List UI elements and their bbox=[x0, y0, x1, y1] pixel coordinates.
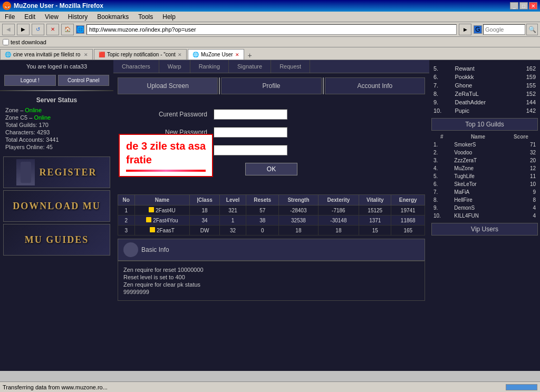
player-score: 155 bbox=[514, 81, 538, 90]
guild-col-name: Name bbox=[452, 133, 504, 141]
guild-row: 4. MuZone 12 bbox=[431, 164, 538, 172]
cell-dexterity: -7186 bbox=[318, 205, 359, 215]
chars-table: No Name |Class Level Resets Strength Dex… bbox=[118, 194, 425, 236]
cell-no: 1 bbox=[118, 205, 135, 215]
top-player-row: 5. Rewant 162 bbox=[431, 64, 538, 73]
register-label: Register bbox=[39, 167, 97, 178]
reload-button[interactable]: ↺ bbox=[32, 24, 44, 35]
player-score: 142 bbox=[514, 106, 538, 115]
password-label: Password bbox=[134, 146, 214, 154]
col-dexterity: Dexterity bbox=[318, 195, 359, 205]
tab-close-2[interactable]: ✕ bbox=[235, 52, 239, 57]
cell-resets: 38 bbox=[246, 215, 279, 226]
guides-nav[interactable]: Mu Guides bbox=[3, 224, 110, 256]
bookmark-checkbox[interactable] bbox=[3, 39, 9, 45]
col-name: Name bbox=[134, 195, 190, 205]
tab-bar: 🌐 cine vrea invitatii pe filelist ro dau… bbox=[0, 47, 540, 60]
forward-button[interactable]: ▶ bbox=[17, 24, 30, 35]
cell-vitality: 15125 bbox=[359, 205, 391, 215]
logout-button[interactable]: Logout ! bbox=[4, 75, 56, 86]
minimize-button[interactable]: _ bbox=[510, 2, 518, 9]
tab-close-0[interactable]: ✕ bbox=[84, 52, 88, 57]
guild-row: 2. Voodoo 32 bbox=[431, 149, 538, 156]
tab-1[interactable]: 🟥 Topic reply notification - "cont bloca… bbox=[94, 49, 187, 60]
new-password-label: New Password bbox=[134, 129, 214, 136]
control-panel-button[interactable]: Control Panel bbox=[58, 75, 110, 86]
zone-c5-label: Zone C5 bbox=[5, 114, 27, 121]
close-button[interactable]: ✕ bbox=[529, 2, 537, 9]
guild-name: DemonS bbox=[452, 204, 504, 212]
guild-rank: 6. bbox=[431, 180, 452, 188]
stop-button[interactable]: ✕ bbox=[46, 24, 59, 35]
bookmark-item[interactable]: test download bbox=[3, 39, 46, 45]
menu-edit[interactable]: Edit bbox=[22, 13, 37, 21]
top-player-row: 8. ZeRaTuL 152 bbox=[431, 90, 538, 98]
basic-info-icon bbox=[123, 242, 138, 257]
nav-bar: ◀ ▶ ↺ ✕ 🏠 🌐 ▶ G 🔍 bbox=[0, 22, 540, 37]
register-banner[interactable]: Register bbox=[3, 156, 110, 188]
player-name: DeathAdder bbox=[452, 98, 514, 106]
tab-request[interactable]: Request bbox=[271, 60, 310, 73]
tab-ranking[interactable]: Ranking bbox=[190, 60, 229, 73]
current-password-input[interactable] bbox=[214, 109, 287, 120]
password-input[interactable] bbox=[214, 145, 287, 155]
cell-class: 18 bbox=[190, 205, 220, 215]
cell-level: 32 bbox=[219, 226, 246, 236]
google-icon: G bbox=[474, 25, 482, 34]
player-rank: 5. bbox=[431, 64, 452, 73]
tab-warp[interactable]: Warp bbox=[159, 60, 190, 73]
cell-resets: 57 bbox=[246, 205, 279, 215]
guild-rank: 2. bbox=[431, 149, 452, 156]
cell-dexterity: -30148 bbox=[318, 215, 359, 226]
player-score: 144 bbox=[514, 98, 538, 106]
player-score: 159 bbox=[514, 73, 538, 81]
tab-2[interactable]: 🌐 MuZone User ✕ bbox=[188, 49, 244, 60]
tab-close-1[interactable]: ✕ bbox=[178, 52, 182, 57]
col-level: Level bbox=[219, 195, 246, 205]
go-button[interactable]: ▶ bbox=[459, 24, 471, 35]
status-text: Transferring data from www.muzone.ro... bbox=[3, 384, 108, 390]
search-input[interactable] bbox=[483, 24, 525, 35]
upload-screen-tab[interactable]: Upload Screen bbox=[118, 77, 218, 94]
download-nav[interactable]: Download Mu bbox=[3, 190, 110, 222]
search-go-button[interactable]: 🔍 bbox=[526, 24, 538, 35]
menu-tools[interactable]: Tools bbox=[136, 13, 155, 21]
player-name: ZeRaTuL bbox=[452, 90, 514, 98]
new-password-input[interactable] bbox=[214, 127, 287, 138]
ok-button[interactable]: OK bbox=[245, 163, 297, 175]
tab-0[interactable]: 🌐 cine vrea invitatii pe filelist ro dau… bbox=[0, 49, 93, 60]
back-button[interactable]: ◀ bbox=[2, 24, 15, 35]
download-banner[interactable]: Download Mu bbox=[3, 190, 110, 222]
top-player-row: 6. Pookkk 159 bbox=[431, 73, 538, 81]
register-figure-body bbox=[21, 162, 31, 183]
player-rank: 6. bbox=[431, 73, 452, 81]
player-rank: 9. bbox=[431, 98, 452, 106]
menu-bookmarks[interactable]: Bookmarks bbox=[95, 13, 131, 21]
title-bar-buttons[interactable]: _ □ ✕ bbox=[510, 2, 537, 9]
register-nav[interactable]: Register bbox=[3, 156, 110, 188]
player-rank: 7. bbox=[431, 81, 452, 90]
guild-score: 9 bbox=[504, 188, 538, 196]
profile-tab[interactable]: Profile bbox=[221, 77, 321, 94]
home-button[interactable]: 🏠 bbox=[61, 24, 74, 35]
top-players-table: 5. Rewant 162 6. Pookkk 159 7. Ghone 155… bbox=[431, 64, 538, 115]
menu-history[interactable]: History bbox=[66, 13, 90, 21]
restore-button[interactable]: □ bbox=[519, 2, 528, 9]
tab-signature[interactable]: Signature bbox=[229, 60, 271, 73]
guild-rank: 9. bbox=[431, 204, 452, 212]
new-tab-button[interactable]: + bbox=[245, 51, 255, 60]
tab-characters[interactable]: Characters bbox=[113, 60, 159, 73]
total-accounts: Total Accounts: 3441 bbox=[5, 136, 108, 143]
right-sidebar: 5. Rewant 162 6. Pookkk 159 7. Ghone 155… bbox=[429, 60, 540, 371]
address-input[interactable] bbox=[89, 26, 454, 33]
basic-info-line-3: 99999999 bbox=[123, 289, 419, 295]
menu-view[interactable]: View bbox=[43, 13, 61, 21]
zone-status: Online bbox=[25, 107, 42, 113]
account-info-tab[interactable]: Account Info bbox=[325, 77, 425, 94]
guild-rank: 4. bbox=[431, 164, 452, 172]
register-figure bbox=[16, 159, 35, 185]
guides-banner[interactable]: Mu Guides bbox=[3, 224, 110, 256]
progress-bar bbox=[506, 384, 537, 390]
menu-file[interactable]: File bbox=[3, 13, 17, 21]
menu-help[interactable]: Help bbox=[160, 13, 178, 21]
